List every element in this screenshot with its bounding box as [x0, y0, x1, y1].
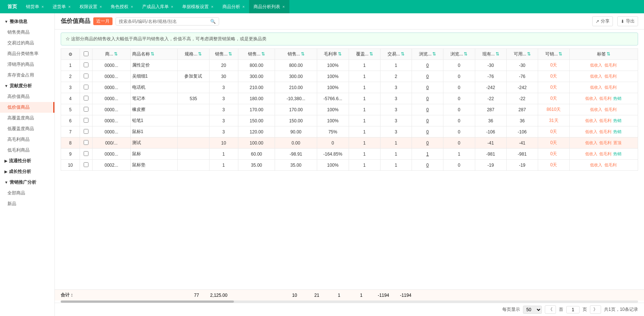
browse1-link[interactable]: 0	[426, 63, 429, 68]
col-gear[interactable]: ⚙	[61, 49, 80, 60]
browse1-link[interactable]: 0	[426, 74, 429, 79]
select-all-checkbox[interactable]	[84, 51, 88, 56]
browse1-link[interactable]: 0	[426, 85, 429, 90]
nav-warehouse[interactable]: 产成品入库单 ×	[138, 0, 178, 13]
nav-close-purchase-order[interactable]: ×	[68, 4, 70, 9]
browse1-link[interactable]: 0	[426, 96, 429, 101]
per-page-select[interactable]: 50 20 100	[523, 306, 542, 314]
row-browse1[interactable]: 0	[412, 60, 443, 71]
row-checkbox-cell[interactable]	[80, 82, 93, 93]
row-checkbox-cell[interactable]	[80, 93, 93, 104]
col-sales-gross-header[interactable]: 销售...⇅	[275, 49, 317, 60]
row-checkbox-cell[interactable]	[80, 149, 93, 160]
nav-close-product-analysis-list[interactable]: ×	[282, 4, 285, 9]
sidebar-group-contribution[interactable]: ▼ 贡献度分析	[0, 81, 54, 91]
table-container[interactable]: ⚙ 商...⇅ 商品名称⇅ 规格...⇅ 销售...⇅ 销售...⇅ 销售...…	[55, 48, 644, 289]
nav-close-product-analysis[interactable]: ×	[242, 4, 245, 9]
row-checkbox-cell[interactable]	[80, 60, 93, 71]
col-trade-header[interactable]: 交易...⇅	[380, 49, 412, 60]
col-sellable-header[interactable]: 可销...⇅	[538, 49, 570, 60]
row-browse1[interactable]: 0	[412, 126, 443, 137]
next-page-button[interactable]: 》	[590, 305, 601, 314]
row-checkbox[interactable]	[84, 96, 88, 101]
sidebar-item-inventory-capital[interactable]: 库存资金占用	[0, 70, 54, 81]
row-browse1[interactable]: 0	[412, 93, 443, 104]
sidebar-item-low-coverage[interactable]: 低覆盖度商品	[0, 123, 54, 134]
sidebar-group-circulation[interactable]: ▶ 流通性分析	[0, 156, 54, 166]
nav-close-permission[interactable]: ×	[100, 4, 102, 9]
row-checkbox-cell[interactable]	[80, 115, 93, 126]
row-checkbox[interactable]	[84, 151, 88, 156]
browse1-link[interactable]: 0	[426, 107, 429, 112]
row-checkbox[interactable]	[84, 74, 88, 78]
nav-role-auth[interactable]: 角色授权 ×	[106, 0, 137, 13]
export-button[interactable]: ⬇ 导出	[617, 16, 638, 26]
sidebar-item-high-coverage[interactable]: 高覆盖度商品	[0, 113, 54, 123]
col-gp-rate-header[interactable]: 毛利率⇅	[317, 49, 349, 60]
nav-permission[interactable]: 权限设置 ×	[75, 0, 106, 13]
sidebar-item-high-margin[interactable]: 高毛利商品	[0, 134, 54, 145]
nav-product-analysis[interactable]: 商品分析 ×	[218, 0, 249, 13]
nav-close-role-auth[interactable]: ×	[131, 4, 133, 9]
row-checkbox-cell[interactable]	[80, 104, 93, 115]
col-sales-price-header[interactable]: 销售...⇅	[238, 49, 275, 60]
sidebar-item-low-value[interactable]: 低价值商品	[0, 102, 54, 113]
row-browse1[interactable]: 0	[412, 104, 443, 115]
browse1-link[interactable]: 0	[426, 129, 429, 135]
col-code-header[interactable]: 商...⇅	[93, 49, 130, 60]
nav-close-warehouse[interactable]: ×	[171, 4, 173, 9]
nav-product-analysis-list[interactable]: 商品分析列表 ×	[249, 0, 289, 13]
browse1-link[interactable]: 1	[426, 152, 429, 157]
row-checkbox-cell[interactable]	[80, 71, 93, 82]
col-curr-header[interactable]: 现有...⇅	[475, 49, 506, 60]
sidebar-item-new-products[interactable]: 新品	[0, 198, 54, 209]
page-input[interactable]	[566, 306, 580, 313]
period-button[interactable]: 近一月	[93, 17, 113, 25]
row-browse1[interactable]: 1	[412, 149, 443, 160]
row-browse1[interactable]: 0	[412, 82, 443, 93]
sidebar-item-category-rate[interactable]: 商品分类销售率	[0, 48, 54, 59]
col-name-header[interactable]: 商品名称⇅	[130, 49, 178, 60]
col-browse1-header[interactable]: 浏览...⇅	[412, 49, 443, 60]
nav-sales-order[interactable]: 销货单 ×	[21, 0, 48, 13]
sidebar-item-low-margin[interactable]: 低毛利商品	[0, 145, 54, 156]
browse1-link[interactable]: 0	[426, 140, 429, 146]
col-tag-header[interactable]: 标签⇅	[570, 49, 638, 60]
share-button[interactable]: ↗ 分享	[592, 16, 613, 26]
row-browse1[interactable]: 0	[412, 71, 443, 82]
sidebar-group-growth[interactable]: ▶ 成长性分析	[0, 166, 54, 177]
col-spec-header[interactable]: 规格...⇅	[178, 49, 209, 60]
nav-purchase-order[interactable]: 进货单 ×	[48, 0, 75, 13]
first-page-button[interactable]: 《	[545, 305, 556, 314]
row-checkbox[interactable]	[84, 107, 88, 112]
row-checkbox-cell[interactable]	[80, 126, 93, 137]
browse1-link[interactable]: 0	[426, 163, 429, 168]
row-checkbox[interactable]	[84, 118, 88, 123]
browse1-link[interactable]: 0	[426, 118, 429, 123]
sidebar-item-all-products[interactable]: 全部商品	[0, 188, 54, 198]
sidebar-item-traded-products[interactable]: 交易过的商品	[0, 38, 54, 48]
sidebar-item-slow-products[interactable]: 滞销序的商品	[0, 59, 54, 70]
row-checkbox[interactable]	[84, 140, 88, 145]
sidebar-group-overview[interactable]: ▼ 整体信息	[0, 16, 54, 27]
col-avail-header[interactable]: 可用...⇅	[506, 49, 538, 60]
row-browse1[interactable]: 0	[412, 137, 443, 149]
nav-home[interactable]: 首页	[3, 0, 21, 13]
search-icon[interactable]: 🔍	[210, 19, 216, 24]
nav-close-sales-order[interactable]: ×	[41, 4, 44, 9]
row-checkbox[interactable]	[84, 85, 88, 89]
col-browse2-header[interactable]: 浏览...⇅	[443, 49, 475, 60]
col-cover-header[interactable]: 覆盖...⇅	[349, 49, 380, 60]
search-input[interactable]	[119, 19, 210, 24]
row-checkbox[interactable]	[84, 162, 88, 167]
sidebar-group-marketing[interactable]: ▼ 营销推广分析	[0, 177, 54, 188]
row-checkbox[interactable]	[84, 62, 88, 67]
row-browse1[interactable]: 0	[412, 160, 443, 171]
row-checkbox-cell[interactable]	[80, 137, 93, 149]
row-checkbox[interactable]	[84, 129, 88, 134]
row-checkbox-cell[interactable]	[80, 160, 93, 171]
row-browse1[interactable]: 0	[412, 115, 443, 126]
nav-close-template[interactable]: ×	[211, 4, 213, 9]
nav-template[interactable]: 单据模板设置 ×	[178, 0, 218, 13]
sidebar-item-sales-products[interactable]: 销售类商品	[0, 27, 54, 38]
